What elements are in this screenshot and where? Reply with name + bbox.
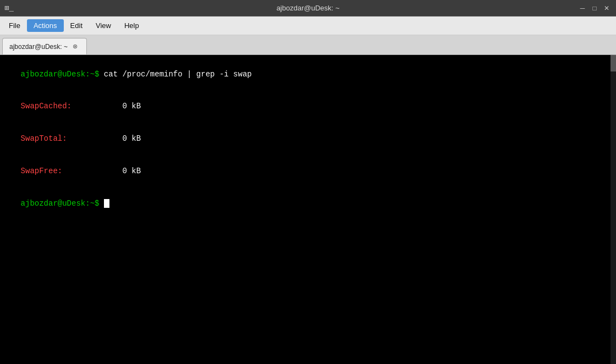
scrollbar-thumb[interactable] [610,55,616,71]
terminal-area[interactable]: ajbozdar@uDesk:~$ cat /proc/meminfo | gr… [0,55,616,364]
terminal-line-1: ajbozdar@uDesk:~$ cat /proc/meminfo | gr… [2,58,614,91]
terminal-output-2: SwapTotal: 0 kB [2,123,614,156]
menu-file[interactable]: File [2,19,27,32]
terminal-cursor [104,199,109,208]
swap-total-value: 0 kB [67,134,141,143]
prompt-user-1: ajbozdar@uDesk:~$ [21,70,104,79]
close-button[interactable]: ✕ [602,3,612,13]
terminal-output-1: SwapCached: 0 kB [2,91,614,123]
menu-view[interactable]: View [89,19,118,32]
menu-bar: File Actions Edit View Help [0,16,616,35]
swap-cached-label: SwapCached: [21,102,72,111]
swap-total-label: SwapTotal: [21,134,67,143]
tab-label: ajbozdar@uDesk: ~ [9,43,68,51]
title-bar: ⊞_ ajbozdar@uDesk: ~ ─ □ ✕ [0,0,616,16]
window-title: ajbozdar@uDesk: ~ [277,4,340,12]
tab-bar: ajbozdar@uDesk: ~ ⊗ [0,35,616,55]
terminal-prompt-2: ajbozdar@uDesk:~$ [2,187,614,220]
menu-actions[interactable]: Actions [27,19,64,32]
swap-free-label: SwapFree: [21,167,63,175]
swap-free-value: 0 kB [62,167,141,175]
terminal-command-1: cat /proc/meminfo | grep -i swap [104,70,252,79]
scrollbar-track[interactable] [610,55,616,364]
menu-help[interactable]: Help [118,19,146,32]
terminal-tab[interactable]: ajbozdar@uDesk: ~ ⊗ [2,38,87,54]
window-controls: ─ □ ✕ [578,3,612,13]
tab-close-button[interactable]: ⊗ [71,42,80,51]
terminal-output-3: SwapFree: 0 kB [2,155,614,187]
minimize-button[interactable]: ─ [578,3,587,13]
title-bar-left: ⊞_ [4,3,14,13]
maximize-button[interactable]: □ [590,3,600,13]
terminal-icon: ⊞_ [4,3,14,13]
prompt-user-2: ajbozdar@uDesk:~$ [21,199,104,208]
menu-edit[interactable]: Edit [64,19,89,32]
swap-cached-value: 0 kB [72,102,141,111]
